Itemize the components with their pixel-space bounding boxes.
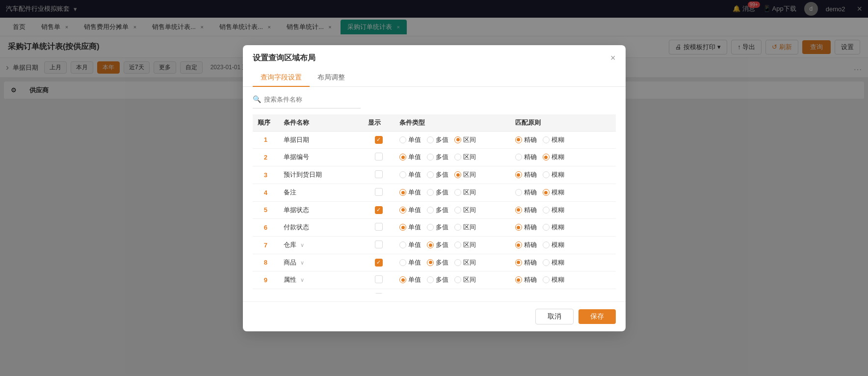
radio-circle-区间: [454, 242, 461, 248]
conditions-table-body: 1 单据日期 ✓ 单值 多值 区间: [253, 132, 616, 294]
cancel-button[interactable]: 取消: [535, 309, 574, 324]
radio-模糊[interactable]: 模糊: [543, 188, 564, 197]
row-show-9[interactable]: [363, 289, 395, 294]
radio-单值[interactable]: 单值: [399, 135, 421, 144]
radio-多值[interactable]: 多值: [427, 241, 448, 249]
checkbox-4[interactable]: ✓: [375, 206, 383, 214]
type-radio-group-5: 单值 多值 区间: [399, 223, 505, 232]
radio-多值[interactable]: 多值: [427, 206, 448, 215]
radio-精确[interactable]: 精确: [515, 223, 537, 232]
radio-精确[interactable]: 精确: [515, 275, 537, 284]
radio-单值[interactable]: 单值: [399, 170, 421, 179]
radio-区间[interactable]: 区间: [454, 241, 476, 249]
radio-单值[interactable]: 单值: [399, 275, 421, 284]
row-show-8[interactable]: [363, 271, 395, 289]
radio-模糊[interactable]: 模糊: [543, 170, 564, 179]
radio-模糊[interactable]: 模糊: [543, 206, 564, 215]
radio-多值[interactable]: 多值: [427, 275, 448, 284]
checkbox-2[interactable]: [375, 170, 383, 178]
checkbox-6[interactable]: [375, 241, 383, 248]
radio-精确[interactable]: 精确: [515, 258, 537, 267]
radio-模糊[interactable]: 模糊: [543, 275, 564, 284]
checkbox-3[interactable]: [375, 188, 383, 196]
row-show-4[interactable]: ✓: [363, 201, 395, 218]
type-radio-group-2: 单值 多值 区间: [399, 170, 505, 179]
radio-区间[interactable]: 区间: [454, 153, 476, 161]
radio-circle-模糊: [543, 154, 550, 161]
radio-精确[interactable]: 精确: [515, 241, 537, 249]
radio-单值[interactable]: 单值: [399, 241, 421, 249]
radio-区间[interactable]: 区间: [454, 258, 476, 267]
radio-区间[interactable]: 区间: [454, 170, 476, 179]
radio-label-单值: 单值: [408, 241, 421, 249]
radio-label-精确: 精确: [524, 275, 537, 284]
radio-多值[interactable]: 多值: [427, 153, 448, 161]
radio-精确[interactable]: 精确: [515, 188, 537, 197]
row-show-5[interactable]: [363, 218, 395, 236]
radio-label-模糊: 模糊: [552, 241, 564, 249]
radio-多值[interactable]: 多值: [427, 135, 448, 144]
radio-多值[interactable]: 多值: [427, 293, 448, 294]
radio-区间[interactable]: 区间: [454, 275, 476, 284]
radio-模糊[interactable]: 模糊: [543, 241, 564, 249]
row-show-6[interactable]: [363, 236, 395, 254]
search-bar: 🔍: [253, 95, 361, 108]
radio-circle-多值: [427, 189, 434, 196]
radio-单值[interactable]: 单值: [399, 293, 421, 294]
search-input[interactable]: [261, 95, 361, 104]
table-row: 10 有无商品图片 单值 多值 区间: [253, 289, 616, 294]
row-show-1[interactable]: [363, 148, 395, 166]
radio-多值[interactable]: 多值: [427, 170, 448, 179]
radio-精确[interactable]: 精确: [515, 206, 537, 215]
radio-区间[interactable]: 区间: [454, 293, 476, 294]
checkbox-1[interactable]: [375, 153, 383, 161]
row-order-0: 1: [253, 132, 279, 149]
modal-overlay[interactable]: 设置查询区域布局 × 查询字段设置 布局调整 🔍 顺序 条件名称 显示: [0, 0, 868, 376]
radio-模糊[interactable]: 模糊: [543, 293, 564, 294]
row-show-2[interactable]: [363, 166, 395, 184]
radio-模糊[interactable]: 模糊: [543, 135, 564, 144]
checkbox-8[interactable]: [375, 275, 383, 283]
radio-模糊[interactable]: 模糊: [543, 223, 564, 232]
modal-close-button[interactable]: ×: [610, 54, 616, 62]
radio-单值[interactable]: 单值: [399, 153, 421, 161]
radio-单值[interactable]: 单值: [399, 206, 421, 215]
radio-多值[interactable]: 多值: [427, 223, 448, 232]
radio-多值[interactable]: 多值: [427, 258, 448, 267]
radio-label-模糊: 模糊: [552, 206, 564, 215]
th-type: 条件类型: [395, 114, 510, 132]
radio-模糊[interactable]: 模糊: [543, 153, 564, 161]
radio-精确[interactable]: 精确: [515, 135, 537, 144]
radio-区间[interactable]: 区间: [454, 135, 476, 144]
radio-多值[interactable]: 多值: [427, 188, 448, 197]
radio-单值[interactable]: 单值: [399, 258, 421, 267]
tab-layout-adjust[interactable]: 布局调整: [310, 69, 353, 87]
checkbox-5[interactable]: [375, 223, 383, 231]
radio-精确[interactable]: 精确: [515, 153, 537, 161]
radio-单值[interactable]: 单值: [399, 188, 421, 197]
radio-模糊[interactable]: 模糊: [543, 258, 564, 267]
radio-label-模糊: 模糊: [552, 293, 564, 294]
radio-区间[interactable]: 区间: [454, 223, 476, 232]
radio-circle-模糊: [543, 207, 550, 214]
type-radio-group-4: 单值 多值 区间: [399, 206, 505, 215]
row-name-1: 单据编号: [279, 148, 363, 166]
checkbox-7[interactable]: ✓: [375, 259, 383, 267]
radio-精确[interactable]: 精确: [515, 293, 537, 294]
checkbox-9[interactable]: [375, 293, 383, 294]
radio-circle-精确: [515, 259, 522, 266]
radio-label-单值: 单值: [408, 293, 421, 294]
radio-区间[interactable]: 区间: [454, 206, 476, 215]
row-type-5: 单值 多值 区间: [395, 218, 510, 236]
tab-query-settings[interactable]: 查询字段设置: [253, 69, 310, 87]
checkbox-0[interactable]: ✓: [375, 136, 383, 144]
row-show-3[interactable]: [363, 184, 395, 201]
save-button[interactable]: 保存: [579, 309, 616, 324]
radio-circle-单值: [399, 154, 406, 161]
radio-单值[interactable]: 单值: [399, 223, 421, 232]
radio-circle-多值: [427, 242, 434, 248]
radio-区间[interactable]: 区间: [454, 188, 476, 197]
row-show-7[interactable]: ✓: [363, 254, 395, 271]
row-show-0[interactable]: ✓: [363, 132, 395, 149]
radio-精确[interactable]: 精确: [515, 170, 537, 179]
